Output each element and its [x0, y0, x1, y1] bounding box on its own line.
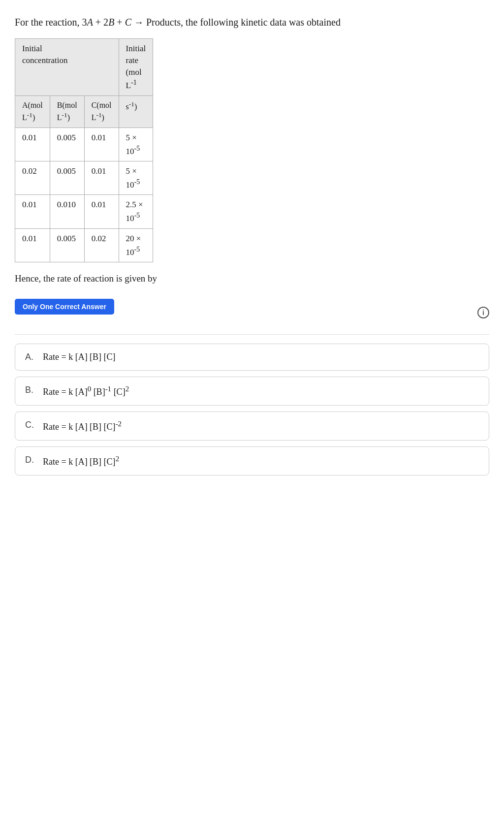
option-d-letter: D.: [25, 455, 36, 465]
option-c[interactable]: C. Rate = k [A] [B] [C]-2: [15, 412, 489, 441]
question-container: For the reaction, 3A + 2B + C → Products…: [15, 15, 489, 475]
table-subheader-C: C(molL-1): [84, 95, 119, 127]
table-subheader-rate: s-1): [119, 95, 153, 127]
option-a-content: Rate = k [A] [B] [C]: [43, 352, 116, 362]
table-cell-A1: 0.01: [15, 127, 50, 161]
table-cell-B3: 0.010: [50, 195, 84, 228]
table-cell-C2: 0.01: [84, 161, 119, 195]
hence-text: Hence, the rate of reaction is given by: [15, 273, 489, 284]
table-header-rate: Initialrate(molL-1: [119, 39, 153, 96]
table-cell-A4: 0.01: [15, 228, 50, 262]
table-cell-B1: 0.005: [50, 127, 84, 161]
kinetic-data-table: Initialconcentration Initialrate(molL-1 …: [15, 38, 153, 262]
badge-row: Only One Correct Answer i: [15, 299, 489, 325]
option-b[interactable]: B. Rate = k [A]0 [B]-1 [C]2: [15, 377, 489, 406]
table-cell-rate1: 5 ×10-5: [119, 127, 153, 161]
option-d[interactable]: D. Rate = k [A] [B] [C]2: [15, 446, 489, 475]
table-subheader-B: B(molL-1): [50, 95, 84, 127]
table-header-concentration: Initialconcentration: [15, 39, 119, 96]
option-b-content: Rate = k [A]0 [B]-1 [C]2: [43, 385, 129, 397]
table-cell-A2: 0.02: [15, 161, 50, 195]
only-one-correct-badge: Only One Correct Answer: [15, 299, 114, 315]
option-d-content: Rate = k [A] [B] [C]2: [43, 455, 119, 467]
table-cell-rate4: 20 ×10-5: [119, 228, 153, 262]
option-a[interactable]: A. Rate = k [A] [B] [C]: [15, 344, 489, 371]
table-cell-B2: 0.005: [50, 161, 84, 195]
table-cell-rate3: 2.5 ×10-5: [119, 195, 153, 228]
table-cell-B4: 0.005: [50, 228, 84, 262]
option-c-content: Rate = k [A] [B] [C]-2: [43, 420, 122, 432]
table-cell-C4: 0.02: [84, 228, 119, 262]
option-a-letter: A.: [25, 352, 36, 362]
option-c-letter: C.: [25, 420, 36, 430]
table-subheader-A: A(molL-1): [15, 95, 50, 127]
option-b-letter: B.: [25, 385, 36, 395]
table-cell-rate2: 5 ×10-5: [119, 161, 153, 195]
answer-section: Only One Correct Answer i A. Rate = k [A…: [15, 299, 489, 475]
table-cell-C3: 0.01: [84, 195, 119, 228]
info-icon[interactable]: i: [477, 307, 489, 318]
table-cell-C1: 0.01: [84, 127, 119, 161]
table-cell-A3: 0.01: [15, 195, 50, 228]
question-text: For the reaction, 3A + 2B + C → Products…: [15, 15, 489, 30]
section-divider: [15, 334, 489, 335]
